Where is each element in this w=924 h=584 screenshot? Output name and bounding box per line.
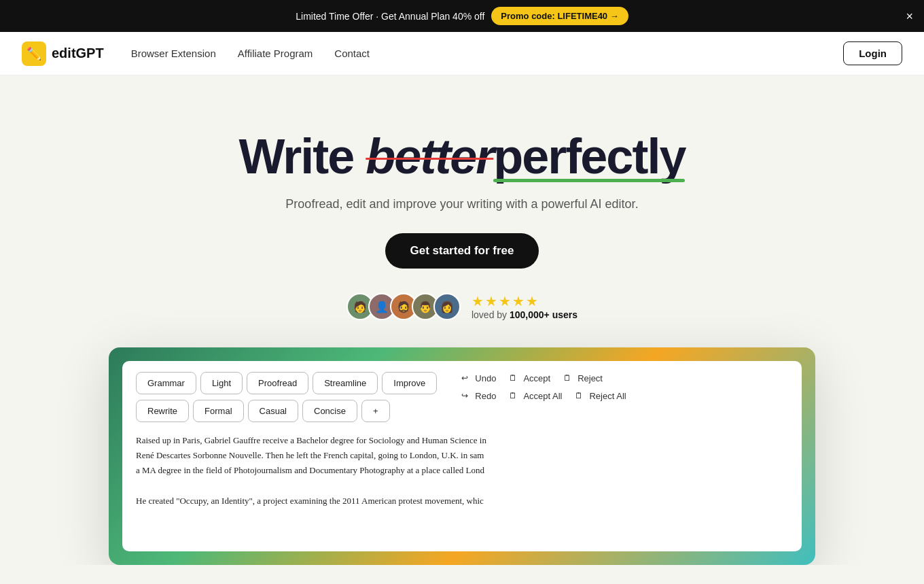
nav-link-browser-extension[interactable]: Browser Extension xyxy=(131,48,216,59)
editor-line-4: He created "Occupy, an Identity", a proj… xyxy=(136,494,788,509)
toolbar-right: ↩ Undo 🗒 Accept 🗒 Reject xyxy=(459,372,626,422)
accept-all-icon: 🗒 xyxy=(507,390,519,402)
screenshot-wrapper: Grammar Light Proofread Streamline Impro… xyxy=(95,347,829,565)
nav-link-contact[interactable]: Contact xyxy=(334,48,370,59)
undo-button[interactable]: ↩ Undo xyxy=(459,372,496,384)
hero-subtitle: Proofread, edit and improve your writing… xyxy=(14,197,910,211)
editor-content[interactable]: Raised up in Paris, Gabriel Gauffre rece… xyxy=(136,433,788,508)
casual-button[interactable]: Casual xyxy=(248,400,298,422)
banner-close-button[interactable]: × xyxy=(906,10,913,22)
avatar-group: 🧑 👤 🧔 👨 👩 xyxy=(346,293,461,320)
accept-icon: 🗒 xyxy=(507,372,519,384)
rewrite-button[interactable]: Rewrite xyxy=(136,400,189,422)
hero-section: Write better perfectly Proofread, edit a… xyxy=(0,75,924,347)
actions-row-2: ↪ Redo 🗒 Accept All 🗒 Reject All xyxy=(459,390,626,402)
editor-ui: Grammar Light Proofread Streamline Impro… xyxy=(122,361,802,551)
reject-button[interactable]: 🗒 Reject xyxy=(561,372,603,384)
more-button[interactable]: + xyxy=(361,400,390,422)
toolbar-row-1: Grammar Light Proofread Streamline Impro… xyxy=(136,372,437,394)
proofread-button[interactable]: Proofread xyxy=(247,372,308,394)
redo-icon: ↪ xyxy=(459,390,471,402)
product-screenshot: Grammar Light Proofread Streamline Impro… xyxy=(109,347,815,565)
reject-icon: 🗒 xyxy=(561,372,573,384)
reject-all-button[interactable]: 🗒 Reject All xyxy=(573,390,626,402)
star-rating: ★★★★★ xyxy=(472,293,578,309)
accept-all-button[interactable]: 🗒 Accept All xyxy=(507,390,562,402)
editor-toolbar: Grammar Light Proofread Streamline Impro… xyxy=(136,372,788,422)
loved-text: loved by 100,000+ users xyxy=(472,309,578,320)
login-button[interactable]: Login xyxy=(843,41,902,65)
nav-links: Browser Extension Affiliate Program Cont… xyxy=(131,48,844,59)
cta-button[interactable]: Get started for free xyxy=(385,233,538,269)
social-proof: 🧑 👤 🧔 👨 👩 ★★★★★ loved by 100,000+ users xyxy=(14,293,910,320)
hero-title-prefix: Write xyxy=(239,129,366,184)
hero-title-suffix: perfectly xyxy=(493,130,685,184)
redo-button[interactable]: ↪ Redo xyxy=(459,390,496,402)
reject-all-icon: 🗒 xyxy=(573,390,585,402)
promo-code-button[interactable]: Promo code: LIFETIME40 → xyxy=(491,7,628,25)
nav-link-affiliate[interactable]: Affiliate Program xyxy=(238,48,313,59)
hero-title-strikethrough: better xyxy=(366,129,493,184)
accept-button[interactable]: 🗒 Accept xyxy=(507,372,550,384)
banner-text: Limited Time Offer · Get Annual Plan 40%… xyxy=(296,11,484,22)
improve-button[interactable]: Improve xyxy=(382,372,437,394)
light-button[interactable]: Light xyxy=(200,372,243,394)
streamline-button[interactable]: Streamline xyxy=(313,372,378,394)
grammar-button[interactable]: Grammar xyxy=(136,372,196,394)
actions-row-1: ↩ Undo 🗒 Accept 🗒 Reject xyxy=(459,372,626,384)
hero-title: Write better perfectly xyxy=(14,130,910,184)
editor-line-1: Raised up in Paris, Gabriel Gauffre rece… xyxy=(136,433,788,448)
editor-line-3: a MA degree in the field of Photojournal… xyxy=(136,463,788,478)
toolbar-row-2: Rewrite Formal Casual Concise + xyxy=(136,400,437,422)
formal-button[interactable]: Formal xyxy=(193,400,243,422)
toolbar-left: Grammar Light Proofread Streamline Impro… xyxy=(136,372,437,422)
editor-line-2: René Descartes Sorbonne Nouvelle. Then h… xyxy=(136,448,788,463)
logo-text: editGPT xyxy=(52,46,104,61)
logo-link[interactable]: ✏️ editGPT xyxy=(22,41,104,66)
navbar: ✏️ editGPT Browser Extension Affiliate P… xyxy=(0,32,924,75)
announcement-banner: Limited Time Offer · Get Annual Plan 40%… xyxy=(0,0,924,32)
undo-icon: ↩ xyxy=(459,372,471,384)
avatar: 👩 xyxy=(433,293,461,320)
logo-icon: ✏️ xyxy=(22,41,46,66)
stars-area: ★★★★★ loved by 100,000+ users xyxy=(472,293,578,320)
concise-button[interactable]: Concise xyxy=(302,400,357,422)
